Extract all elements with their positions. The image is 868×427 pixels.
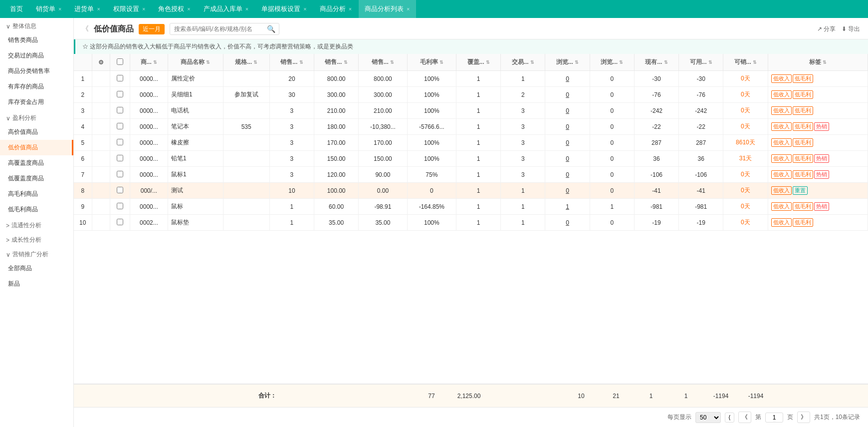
sidebar-item-全部商品[interactable]: 全部商品 bbox=[0, 261, 73, 276]
sidebar-group-成长性分析[interactable]: > 成长性分析 bbox=[0, 232, 73, 246]
row-checkbox[interactable] bbox=[117, 91, 123, 97]
sidebar-group-盈利分析[interactable]: ∨ 盈利分析 bbox=[0, 110, 73, 124]
browse1-link[interactable]: 1 bbox=[566, 203, 569, 210]
nav-item-销货单[interactable]: 销货单× bbox=[30, 0, 67, 18]
sidebar-item-高覆盖度商品[interactable]: 高覆盖度商品 bbox=[0, 155, 73, 171]
filter-button[interactable]: 近一月 bbox=[139, 24, 165, 34]
cell-cover: 1 bbox=[456, 199, 501, 215]
nav-close-icon[interactable]: × bbox=[97, 6, 100, 12]
cell-browse1[interactable]: 0 bbox=[545, 87, 590, 103]
next-page-button[interactable]: 》 bbox=[797, 412, 810, 423]
row-checkbox[interactable] bbox=[117, 219, 123, 225]
first-page-button[interactable]: ⟨ bbox=[725, 413, 734, 423]
cell-browse1[interactable]: 0 bbox=[545, 119, 590, 135]
sidebar-group-整体信息[interactable]: ∨ 整体信息 bbox=[0, 18, 73, 32]
browse1-link[interactable]: 0 bbox=[566, 155, 569, 162]
browse1-link[interactable]: 0 bbox=[566, 123, 569, 130]
cell-browse1[interactable]: 0 bbox=[545, 71, 590, 87]
page-size-label: 每页显示 bbox=[667, 413, 691, 422]
tag-低毛利: 低毛利 bbox=[793, 218, 813, 227]
nav-item-权限设置[interactable]: 权限设置× bbox=[107, 0, 151, 18]
cell-checkbox[interactable] bbox=[110, 151, 130, 167]
sidebar-item-高价值商品[interactable]: 高价值商品 bbox=[0, 124, 73, 140]
row-checkbox[interactable] bbox=[117, 139, 123, 145]
share-button[interactable]: ↗ 分享 bbox=[817, 25, 836, 33]
sidebar-item-销售类商品[interactable]: 销售类商品 bbox=[0, 32, 73, 48]
cell-checkbox[interactable] bbox=[110, 119, 130, 135]
cell-browse1[interactable]: 0 bbox=[545, 215, 590, 231]
browse1-link[interactable]: 0 bbox=[566, 91, 569, 98]
page-number-input[interactable] bbox=[765, 413, 783, 423]
nav-item-单据模板设置[interactable]: 单据模板设置× bbox=[255, 0, 312, 18]
cell-checkbox[interactable] bbox=[110, 215, 130, 231]
nav-close-icon[interactable]: × bbox=[349, 6, 352, 12]
export-button[interactable]: ⬇ 导出 bbox=[842, 25, 860, 33]
nav-close-icon[interactable]: × bbox=[58, 6, 61, 12]
nav-item-商品分析列表[interactable]: 商品分析列表× bbox=[359, 0, 416, 18]
cell-browse1[interactable]: 0 bbox=[545, 183, 590, 199]
nav-item-商品分析[interactable]: 商品分析× bbox=[314, 0, 358, 18]
cell-checkbox[interactable] bbox=[110, 71, 130, 87]
collapse-button[interactable]: 《 bbox=[82, 24, 89, 33]
row-checkbox[interactable] bbox=[117, 75, 123, 81]
page-size-select[interactable]: 50 100 200 bbox=[695, 412, 721, 423]
cell-browse1[interactable]: 0 bbox=[545, 135, 590, 151]
cell-checkbox[interactable] bbox=[110, 183, 130, 199]
nav-item-产成品入库单[interactable]: 产成品入库单× bbox=[198, 0, 254, 18]
footer-cell-11: 21 bbox=[599, 389, 634, 403]
nav-item-角色授权[interactable]: 角色授权× bbox=[152, 0, 196, 18]
sidebar-item-新品[interactable]: 新品 bbox=[0, 276, 73, 292]
row-checkbox[interactable] bbox=[117, 123, 123, 129]
prev-page-button[interactable]: 《 bbox=[738, 412, 751, 423]
cell-browse1[interactable]: 0 bbox=[545, 103, 590, 119]
browse1-link[interactable]: 0 bbox=[566, 75, 569, 82]
sidebar-item-交易过的商品[interactable]: 交易过的商品 bbox=[0, 48, 73, 63]
sidebar-item-低毛利商品[interactable]: 低毛利商品 bbox=[0, 202, 73, 217]
cell-sales-avg: 90.00 bbox=[359, 167, 407, 183]
cell-config bbox=[92, 167, 110, 183]
cell-browse1[interactable]: 0 bbox=[545, 167, 590, 183]
sidebar-group-流通性分析[interactable]: > 流通性分析 bbox=[0, 217, 73, 232]
row-checkbox[interactable] bbox=[117, 203, 123, 209]
search-input[interactable] bbox=[170, 23, 279, 35]
config-icon[interactable]: ⚙ bbox=[98, 59, 104, 66]
table-container[interactable]: ⚙商... ⇅商品名称 ⇅规格... ⇅销售... ⇅销售... ⇅销售... … bbox=[74, 54, 868, 384]
cell-sales-qty: 30 bbox=[269, 87, 314, 103]
browse1-link[interactable]: 0 bbox=[566, 187, 569, 194]
row-checkbox[interactable] bbox=[117, 155, 123, 161]
sidebar-item-有库存的商品[interactable]: 有库存的商品 bbox=[0, 79, 73, 94]
cell-gross-rate: 100% bbox=[407, 71, 456, 87]
nav-close-icon[interactable]: × bbox=[303, 6, 306, 12]
nav-item-首页[interactable]: 首页 bbox=[4, 0, 29, 18]
sidebar-item-低覆盖度商品[interactable]: 低覆盖度商品 bbox=[0, 171, 73, 186]
nav-close-icon[interactable]: × bbox=[407, 6, 410, 12]
col-check[interactable] bbox=[110, 54, 130, 71]
cell-spec bbox=[223, 215, 269, 231]
nav-close-icon[interactable]: × bbox=[142, 6, 145, 12]
cell-checkbox[interactable] bbox=[110, 199, 130, 215]
cell-checkbox[interactable] bbox=[110, 167, 130, 183]
nav-close-icon[interactable]: × bbox=[187, 6, 190, 12]
row-checkbox[interactable] bbox=[117, 107, 123, 113]
cell-checkbox[interactable] bbox=[110, 135, 130, 151]
cell-browse1[interactable]: 1 bbox=[545, 199, 590, 215]
cell-checkbox[interactable] bbox=[110, 87, 130, 103]
browse1-link[interactable]: 0 bbox=[566, 107, 569, 114]
nav-item-进货单[interactable]: 进货单× bbox=[68, 0, 106, 18]
cell-browse1[interactable]: 0 bbox=[545, 151, 590, 167]
sidebar-group-营销推广分析[interactable]: ∨ 营销推广分析 bbox=[0, 246, 73, 261]
cell-checkbox[interactable] bbox=[110, 103, 130, 119]
browse1-link[interactable]: 0 bbox=[566, 219, 569, 226]
col-config[interactable]: ⚙ bbox=[92, 54, 110, 71]
cell-stock1: -106 bbox=[634, 167, 678, 183]
row-checkbox[interactable] bbox=[117, 187, 123, 193]
browse1-link[interactable]: 0 bbox=[566, 139, 569, 146]
select-all-checkbox[interactable] bbox=[117, 58, 123, 65]
nav-close-icon[interactable]: × bbox=[245, 6, 248, 12]
sidebar-item-高毛利商品[interactable]: 高毛利商品 bbox=[0, 186, 73, 202]
sidebar-item-库存资金占用[interactable]: 库存资金占用 bbox=[0, 94, 73, 110]
row-checkbox[interactable] bbox=[117, 171, 123, 177]
browse1-link[interactable]: 0 bbox=[566, 171, 569, 178]
sidebar-item-商品分类销售率[interactable]: 商品分类销售率 bbox=[0, 63, 73, 79]
sidebar-item-低价值商品[interactable]: 低价值商品 bbox=[0, 140, 73, 155]
